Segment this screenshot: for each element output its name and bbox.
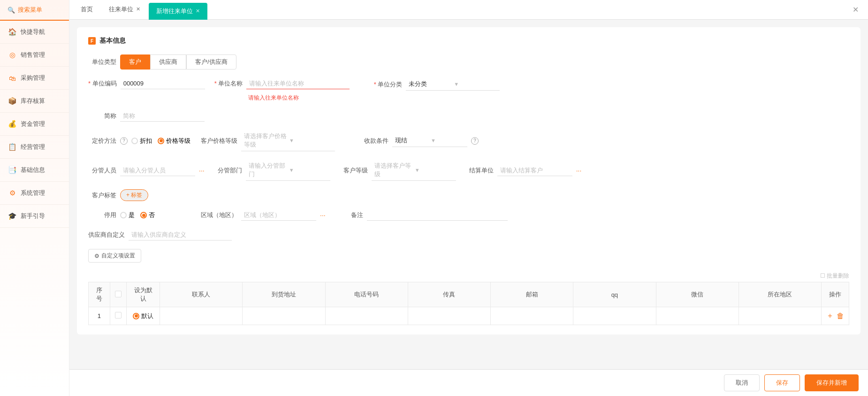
- page-content: F 基本信息 单位类型 客户 供应商 客户/供应商 单位编码: [69, 20, 868, 369]
- default-radio-label: 默认: [141, 312, 153, 320]
- sidebar-label: 库存核算: [21, 97, 45, 105]
- tab-home[interactable]: 首页: [73, 0, 100, 19]
- manager-row: 分管人员 ··· 分管部门 请输入分管部门 ▼ 客户等级 请选择客户等级 ▼: [88, 160, 849, 181]
- default-radio[interactable]: 默认: [131, 312, 155, 320]
- col-address: 到货地址: [243, 282, 325, 307]
- remark-group: 备注: [335, 210, 508, 221]
- sidebar-item-purchase[interactable]: 🛍 采购管理: [0, 67, 69, 90]
- add-row-button[interactable]: ＋: [826, 311, 834, 321]
- cell-qq[interactable]: [573, 307, 656, 325]
- address-input[interactable]: [247, 312, 320, 319]
- close-tab-counterparty-icon[interactable]: ✕: [136, 6, 140, 12]
- payment-terms-info-icon[interactable]: ?: [471, 137, 479, 145]
- cell-fax[interactable]: [408, 307, 490, 325]
- manager-more-icon[interactable]: ···: [199, 167, 205, 174]
- sidebar-item-guide[interactable]: 🎓 新手引导: [0, 205, 69, 228]
- unit-code-input[interactable]: [121, 78, 205, 89]
- search-icon: 🔍: [8, 7, 15, 14]
- tab-counterparty[interactable]: 往来单位 ✕: [101, 0, 148, 19]
- remark-input[interactable]: [367, 210, 508, 221]
- tab-home-label: 首页: [81, 5, 93, 14]
- area-input[interactable]: [744, 312, 816, 319]
- col-email: 邮箱: [491, 282, 573, 307]
- supplier-custom-input[interactable]: [129, 229, 232, 241]
- sidebar-item-quick-nav[interactable]: 🏠 快捷导航: [0, 21, 69, 44]
- qq-input[interactable]: [578, 312, 651, 319]
- phone-input[interactable]: [330, 312, 403, 319]
- customer-price-level-select[interactable]: 请选择客户价格等级 ▼: [241, 130, 335, 151]
- type-btn-customer[interactable]: 客户: [120, 54, 150, 70]
- sidebar-item-sales[interactable]: ◎ 销售管理: [0, 44, 69, 67]
- col-default: 设为默认: [126, 282, 160, 307]
- sidebar-label: 销售管理: [21, 51, 45, 59]
- radio-price-level[interactable]: 价格等级: [158, 137, 190, 145]
- row-checkbox[interactable]: [115, 312, 122, 318]
- save-button[interactable]: 保存: [764, 374, 800, 391]
- fax-input[interactable]: [413, 312, 486, 319]
- header-checkbox[interactable]: [115, 291, 122, 297]
- cell-contact[interactable]: [160, 307, 243, 325]
- customer-level-chevron: ▼: [415, 167, 453, 173]
- home-icon: 🏠: [8, 27, 17, 37]
- customer-tag-row: 客户标签 + 标签: [88, 189, 849, 201]
- pricing-info-icon[interactable]: ?: [120, 137, 128, 145]
- unit-category-select[interactable]: 未分类 ▼: [406, 78, 500, 91]
- radio-no[interactable]: 否: [140, 211, 155, 219]
- cell-seq: 1: [89, 307, 110, 325]
- inventory-icon: 📦: [8, 96, 17, 106]
- contact-input[interactable]: [165, 312, 237, 319]
- unit-name-input[interactable]: [246, 78, 350, 89]
- search-menu-item[interactable]: 🔍 搜索菜单: [0, 0, 69, 21]
- sidebar-item-operations[interactable]: 📋 经营管理: [0, 136, 69, 159]
- cell-wechat[interactable]: [656, 307, 739, 325]
- department-select[interactable]: 请输入分管部门 ▼: [246, 160, 330, 181]
- sidebar: 🔍 搜索菜单 🏠 快捷导航 ◎ 销售管理 🛍 采购管理 📦 库存核算 💰 资金管…: [0, 0, 69, 396]
- customer-level-select[interactable]: 请选择客户等级 ▼: [372, 160, 456, 181]
- type-btn-supplier[interactable]: 供应商: [150, 54, 186, 70]
- region-input[interactable]: [241, 210, 316, 221]
- batch-delete-label[interactable]: 批量删除: [827, 272, 849, 279]
- tab-new-counterparty[interactable]: 新增往来单位 ✕: [149, 3, 207, 20]
- department-chevron: ▼: [289, 167, 327, 173]
- cell-area[interactable]: [739, 307, 821, 325]
- manager-label: 分管人员: [88, 166, 116, 175]
- section-title-text: 基本信息: [99, 37, 126, 45]
- settlement-more-icon[interactable]: ···: [576, 167, 582, 174]
- pricing-method-group: 定价方法 ? 折扣 价格等级: [88, 137, 191, 145]
- save-new-button[interactable]: 保存并新增: [805, 374, 859, 391]
- custom-settings-label: 自定义项设置: [101, 252, 135, 260]
- pricing-row: 定价方法 ? 折扣 价格等级: [88, 130, 849, 151]
- radio-yes[interactable]: 是: [120, 211, 135, 219]
- type-btn-both[interactable]: 客户/供应商: [186, 54, 236, 70]
- manager-input[interactable]: [120, 165, 195, 176]
- settlement-unit-input[interactable]: [497, 165, 572, 176]
- add-tag-button[interactable]: + 标签: [120, 189, 148, 201]
- col-phone: 电话号码: [325, 282, 408, 307]
- payment-terms-select[interactable]: 现结 ▼: [392, 134, 467, 147]
- supplier-custom-label: 供应商自定义: [88, 231, 125, 239]
- row-action-btns: ＋ 🗑: [826, 311, 844, 321]
- custom-settings-button[interactable]: ⚙ 自定义项设置: [88, 249, 141, 263]
- cancel-button[interactable]: 取消: [724, 374, 760, 391]
- abbreviation-input[interactable]: [120, 110, 205, 122]
- region-more-icon[interactable]: ···: [320, 211, 326, 219]
- email-input[interactable]: [495, 312, 568, 319]
- wechat-input[interactable]: [661, 312, 734, 319]
- sidebar-item-inventory[interactable]: 📦 库存核算: [0, 90, 69, 113]
- cell-phone[interactable]: [325, 307, 408, 325]
- sidebar-item-finance[interactable]: 💰 资金管理: [0, 113, 69, 136]
- radio-discount[interactable]: 折扣: [131, 137, 152, 145]
- del-row-button[interactable]: 🗑: [837, 312, 844, 320]
- customer-tag-label: 客户标签: [88, 191, 116, 200]
- close-all-tabs-button[interactable]: ✕: [847, 5, 864, 14]
- col-check: [110, 282, 126, 307]
- sidebar-label: 系统管理: [21, 189, 45, 197]
- unit-name-error: 请输入往来单位名称: [248, 94, 299, 102]
- close-tab-new-counterparty-icon[interactable]: ✕: [196, 8, 200, 14]
- sidebar-item-basic[interactable]: 📑 基础信息: [0, 159, 69, 182]
- cell-email[interactable]: [491, 307, 573, 325]
- cell-address[interactable]: [243, 307, 325, 325]
- basic-info-section: F 基本信息 单位类型 客户 供应商 客户/供应商 单位编码: [77, 27, 860, 334]
- sidebar-item-system[interactable]: ⚙ 系统管理: [0, 182, 69, 205]
- custom-settings-gear-icon: ⚙: [94, 253, 99, 259]
